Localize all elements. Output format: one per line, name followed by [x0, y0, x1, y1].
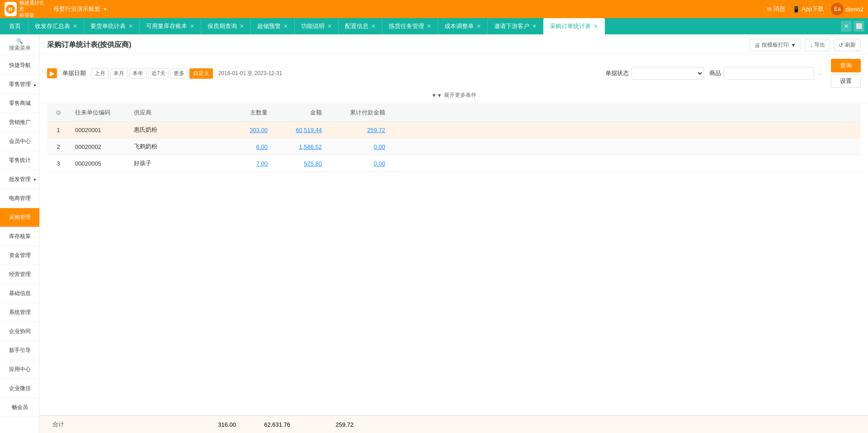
tab-invite-downstream-close-icon[interactable]: ✕ — [532, 23, 537, 29]
paid-link[interactable]: 259.72 — [367, 127, 385, 133]
total-qty-value: 316.00 — [186, 421, 241, 428]
amount-link[interactable]: 525.80 — [304, 160, 322, 167]
tab-overstock-warning-close-icon[interactable]: ✕ — [283, 23, 288, 29]
query-button[interactable]: 查询 — [831, 59, 861, 72]
tab-invite-downstream[interactable]: 邀请下游客户 ✕ — [488, 18, 543, 34]
paid-link[interactable]: 0.00 — [374, 160, 385, 167]
sidebar-operations-label: 经营管理 — [2, 271, 38, 278]
main-layout: 🔍 搜索菜单 快捷导航 零售管理 零售商城 营销推广 会员中心 零售统计 批发管… — [0, 34, 868, 433]
filter-toggle-button[interactable]: ▶ — [47, 68, 57, 78]
tab-available-stock[interactable]: 可用量库存账本 ✕ — [140, 18, 201, 34]
tab-cost-adjust-label: 成本调整单 — [444, 22, 474, 30]
date-shortcut-last-month[interactable]: 上月 — [91, 68, 108, 79]
tab-expiry-query[interactable]: 保质期查询 ✕ — [201, 18, 251, 34]
date-shortcut-7days[interactable]: 近7天 — [148, 68, 169, 79]
tab-receive-summary[interactable]: 收发存汇总表 ✕ — [28, 18, 84, 34]
goods-filter-more-icon[interactable]: ··· — [817, 70, 822, 77]
sidebar-item-stock[interactable]: 库存核算 — [0, 227, 39, 246]
tab-function-guide-label: 功能说明 — [301, 22, 325, 30]
tab-purchase-summary[interactable]: 采购订单统计表 ✕ — [543, 18, 605, 34]
date-shortcut-this-year[interactable]: 本年 — [129, 68, 146, 79]
tab-requisition-summary[interactable]: 要货单统计表 ✕ — [84, 18, 140, 34]
amount-link[interactable]: 60,519.44 — [296, 127, 322, 133]
sidebar-item-member[interactable]: 会员中心 — [0, 132, 39, 151]
tab-maximize-button[interactable]: ⬜ — [854, 21, 864, 32]
cell-code: 00020001 — [70, 122, 128, 138]
print-button[interactable]: 🖨 按模板打印 ▼ — [750, 39, 801, 51]
tab-close-button[interactable]: ✕ — [841, 21, 852, 32]
amount-link[interactable]: 1,586.52 — [299, 143, 322, 150]
tab-cost-adjust[interactable]: 成本调整单 ✕ — [438, 18, 488, 34]
download-icon: 📱 — [793, 6, 800, 13]
tab-function-guide-close-icon[interactable]: ✕ — [327, 23, 332, 29]
tab-config-info[interactable]: 配置信息 ✕ — [339, 18, 382, 34]
sidebar-item-member2[interactable]: 畅会员 — [0, 398, 39, 417]
settings-button[interactable]: 设置 — [831, 74, 861, 88]
gear-icon[interactable]: ⚙ — [56, 109, 61, 116]
sidebar-item-retail-store[interactable]: 零售商城 — [0, 94, 39, 113]
sidebar-item-basic-info[interactable]: 基础信息 — [0, 284, 39, 303]
tab-picking-task-close-icon[interactable]: ✕ — [427, 23, 431, 29]
table-row[interactable]: 2 00020002 飞鹤奶粉 6.00 1,586.52 0.00 — [47, 138, 861, 155]
date-filter-label: 单据日期 — [62, 69, 86, 77]
sidebar-item-new-guide[interactable]: 新手引导 — [0, 341, 39, 360]
status-filter-select[interactable] — [632, 67, 704, 80]
sidebar-item-purchase[interactable]: 采购管理 — [0, 208, 39, 227]
expand-more-button[interactable]: ▼▼ 展开更多条件 — [47, 91, 861, 99]
total-row: 合计 316.00 62,631.76 259.72 — [47, 416, 861, 433]
workspace-selector[interactable]: 母婴行业演示账套 ▼ — [53, 5, 108, 13]
tab-home[interactable]: 首页 — [2, 18, 28, 34]
tab-purchase-summary-close-icon[interactable]: ✕ — [594, 23, 598, 29]
sidebar-item-wholesale[interactable]: 批发管理 — [0, 170, 39, 189]
qty-link[interactable]: 7.00 — [256, 160, 268, 167]
filter-row-1: ▶ 单据日期 上月 本月 本年 近7天 更多 自定义 2016-01-01 至 … — [47, 59, 861, 88]
table-row[interactable]: 3 00020005 好孩子 7.00 525.80 0.00 — [47, 155, 861, 172]
page-actions: 🖨 按模板打印 ▼ ↓ 导出 ↺ 刷新 — [750, 39, 861, 51]
sidebar-item-shortcut[interactable]: 快捷导航 — [0, 56, 39, 75]
tab-home-label: 首页 — [9, 22, 21, 30]
tab-receive-summary-close-icon[interactable]: ✕ — [73, 23, 77, 29]
cell-extra — [391, 122, 861, 138]
sidebar-search[interactable]: 🔍 搜索菜单 — [0, 34, 39, 56]
tab-cost-adjust-close-icon[interactable]: ✕ — [476, 23, 481, 29]
refresh-button[interactable]: ↺ 刷新 — [834, 39, 861, 51]
sidebar-item-retail[interactable]: 零售管理 — [0, 75, 39, 94]
cell-seq: 2 — [47, 138, 70, 155]
user-area[interactable]: Ea demo2 — [831, 3, 863, 15]
sidebar-item-system[interactable]: 系统管理 — [0, 303, 39, 322]
date-custom-button[interactable]: 自定义 — [189, 68, 213, 79]
paid-link[interactable]: 0.00 — [374, 143, 385, 150]
table-row[interactable]: 1 00020001 惠氏奶粉 303.00 60,519.44 259.72 — [47, 122, 861, 138]
tab-config-info-close-icon[interactable]: ✕ — [371, 23, 376, 29]
sidebar-basic-info-label: 基础信息 — [2, 290, 38, 297]
tab-picking-task[interactable]: 拣货任务管理 ✕ — [382, 18, 438, 34]
tab-overstock-warning[interactable]: 超储预警 ✕ — [251, 18, 295, 34]
sidebar-item-marketing[interactable]: 营销推广 — [0, 113, 39, 132]
tab-function-guide[interactable]: 功能说明 ✕ — [295, 18, 339, 34]
sidebar-item-operations[interactable]: 经营管理 — [0, 265, 39, 284]
workspace-name: 母婴行业演示账套 — [53, 5, 100, 13]
table-header-row: ⚙ 往来单位编码 供应商 主数量 金额 累计付款金额 — [47, 104, 861, 122]
qty-link[interactable]: 6.00 — [256, 143, 268, 150]
sidebar-item-finance[interactable]: 资金管理 — [0, 246, 39, 265]
sidebar-item-ecommerce[interactable]: 电商管理 — [0, 189, 39, 208]
date-shortcut-this-month[interactable]: 本月 — [110, 68, 127, 79]
cell-amount: 60,519.44 — [273, 122, 327, 138]
page-header: 采购订单统计表(按供应商) 🖨 按模板打印 ▼ ↓ 导出 ↺ 刷新 — [40, 34, 868, 54]
app-download-button[interactable]: 📱 App下载 — [793, 5, 824, 13]
tab-requisition-summary-close-icon[interactable]: ✕ — [128, 23, 133, 29]
export-button[interactable]: ↓ 导出 — [805, 39, 830, 51]
messages-button[interactable]: ✉ 消息 — [767, 5, 785, 13]
qty-link[interactable]: 303.00 — [250, 127, 268, 133]
tab-available-stock-close-icon[interactable]: ✕ — [190, 23, 194, 29]
sidebar-item-retail-stats[interactable]: 零售统计 — [0, 151, 39, 170]
refresh-icon: ↺ — [839, 42, 843, 48]
page-title: 采购订单统计表(按供应商) — [47, 40, 132, 50]
tab-expiry-query-close-icon[interactable]: ✕ — [240, 23, 244, 29]
sidebar-item-wechat[interactable]: 企业微信 — [0, 379, 39, 398]
sidebar-item-app-center[interactable]: 应用中心 — [0, 360, 39, 379]
cell-supplier: 好孩子 — [128, 155, 219, 172]
date-shortcut-more[interactable]: 更多 — [170, 68, 188, 79]
goods-filter-input[interactable] — [724, 67, 814, 80]
sidebar-item-enterprise[interactable]: 企业协同 — [0, 322, 39, 341]
